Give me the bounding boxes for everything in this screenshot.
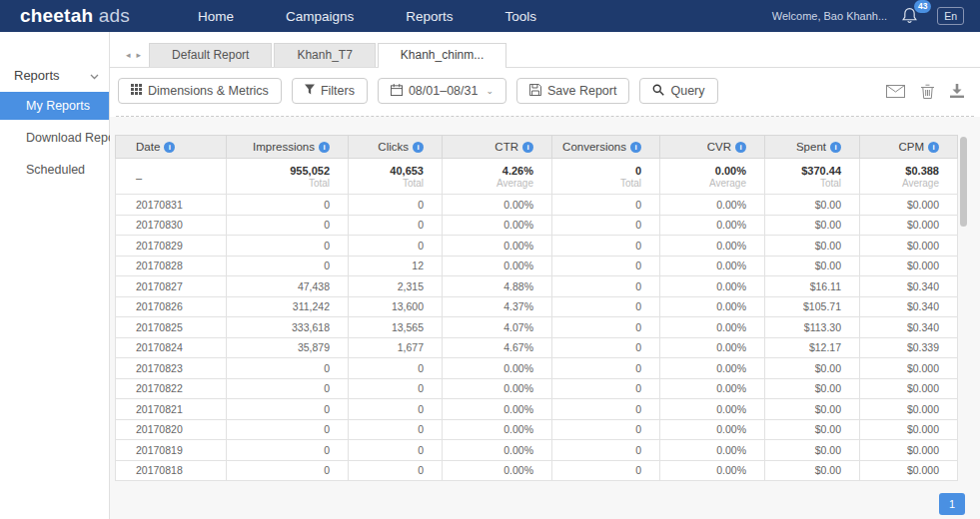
table-cell: $0.340 bbox=[860, 296, 958, 317]
table-cell: 20170819 bbox=[116, 440, 227, 461]
table-cell: $0.000 bbox=[860, 378, 958, 399]
table-cell: 4.67% bbox=[443, 337, 552, 358]
table-cell: 0.00% bbox=[443, 378, 552, 399]
info-icon[interactable] bbox=[522, 142, 533, 153]
sidebar-item-my-reports[interactable]: My Reports bbox=[0, 92, 109, 120]
sidebar-item-download-report[interactable]: Download Report bbox=[0, 124, 109, 152]
tab-next-icon[interactable]: ▸ bbox=[137, 50, 142, 60]
column-header-label: Clicks bbox=[378, 141, 409, 153]
table-cell: 0.00% bbox=[443, 256, 552, 276]
dimensions-metrics-label: Dimensions & Metrics bbox=[148, 84, 269, 98]
table-cell: $0.339 bbox=[860, 337, 958, 358]
sidebar-item-scheduled[interactable]: Scheduled bbox=[0, 156, 109, 184]
app-logo[interactable]: cheetah ads bbox=[20, 5, 130, 27]
info-icon[interactable] bbox=[735, 142, 746, 153]
search-icon bbox=[652, 84, 664, 99]
chevron-down-icon bbox=[90, 68, 99, 83]
column-header: Conversions bbox=[552, 136, 660, 159]
dimensions-metrics-button[interactable]: Dimensions & Metrics bbox=[118, 78, 282, 104]
table-cell: $0.00 bbox=[765, 236, 860, 257]
info-icon[interactable] bbox=[413, 142, 424, 153]
table-head-row: DateImpressionsClicksCTRConversionsCVRSp… bbox=[116, 136, 958, 159]
tab-default-report[interactable]: Default Report bbox=[149, 43, 272, 67]
nav-item-home[interactable]: Home bbox=[198, 9, 234, 24]
table-cell: 0.00% bbox=[660, 215, 765, 236]
table-cell: $0.000 bbox=[860, 236, 958, 257]
info-icon[interactable] bbox=[928, 142, 939, 153]
save-report-button[interactable]: Save Report bbox=[516, 78, 629, 104]
table-cell: 0 bbox=[227, 236, 349, 257]
trash-icon[interactable] bbox=[921, 84, 934, 99]
table-cell: 0.00% bbox=[660, 276, 765, 297]
table-cell: 0.00% bbox=[443, 195, 552, 216]
tab-khanh-t7[interactable]: Khanh_T7 bbox=[274, 43, 375, 67]
column-header: CVR bbox=[660, 136, 765, 159]
column-header: Date bbox=[116, 136, 227, 159]
info-icon[interactable] bbox=[164, 142, 175, 153]
table-cell: 20170825 bbox=[116, 317, 227, 338]
table-cell: 0.00% bbox=[660, 419, 765, 440]
query-button[interactable]: Query bbox=[639, 78, 717, 104]
table-cell: 311,242 bbox=[227, 296, 349, 317]
table-cell: $0.00 bbox=[765, 256, 860, 276]
column-header-label: CVR bbox=[707, 141, 731, 153]
nav-item-tools[interactable]: Tools bbox=[505, 9, 537, 24]
column-header-label: CTR bbox=[494, 141, 518, 153]
download-icon[interactable] bbox=[950, 84, 964, 98]
table-cell: $0.00 bbox=[765, 440, 860, 461]
funnel-icon bbox=[305, 84, 315, 98]
table-cell: $0.340 bbox=[860, 317, 958, 338]
table-cell: $0.00 bbox=[765, 358, 860, 379]
table-cell: $0.340 bbox=[860, 276, 958, 297]
table-cell: 0.00% bbox=[443, 215, 552, 236]
page-content: Reports My Reports Download Report Sched… bbox=[0, 32, 980, 519]
filters-button[interactable]: Filters bbox=[292, 78, 368, 104]
info-icon[interactable] bbox=[319, 142, 330, 153]
table-cell: $0.000 bbox=[860, 419, 958, 440]
table-cell: 0.00% bbox=[660, 317, 765, 338]
table-cell: 0.00% bbox=[443, 236, 552, 257]
table-vertical-scrollbar[interactable] bbox=[960, 137, 967, 227]
language-button[interactable]: En bbox=[937, 7, 964, 25]
column-header: CPM bbox=[860, 136, 958, 159]
table-cell: $0.00 bbox=[765, 399, 860, 420]
table-cell: 0 bbox=[552, 460, 660, 481]
top-navbar: cheetah ads Home Campaigns Reports Tools… bbox=[0, 0, 980, 32]
pagination-page-1-button[interactable]: 1 bbox=[939, 493, 965, 515]
notifications-button[interactable]: 43 bbox=[901, 7, 923, 25]
table-cell: 20170821 bbox=[116, 399, 227, 420]
table-cell: 0 bbox=[227, 460, 349, 481]
table-cell: 0 bbox=[552, 195, 660, 216]
table-cell: 20170818 bbox=[116, 460, 227, 481]
date-range-button[interactable]: 08/01–08/31 ⌄ bbox=[378, 78, 506, 104]
nav-item-campaigns[interactable]: Campaigns bbox=[286, 9, 354, 24]
table-cell: 0 bbox=[552, 296, 660, 317]
table-cell: 0 bbox=[349, 440, 443, 461]
table-row: 20170820000.00%00.00%$0.00$0.000 bbox=[116, 419, 958, 440]
table-cell: $0.000 bbox=[860, 399, 958, 420]
table-cell: 0.00% bbox=[660, 337, 765, 358]
table-cell: 0 bbox=[552, 215, 660, 236]
table-cell: 0 bbox=[349, 215, 443, 236]
table-cell: 0.00% bbox=[660, 256, 765, 276]
email-icon[interactable] bbox=[886, 85, 905, 98]
totals-cell: 40,653Total bbox=[349, 159, 443, 195]
table-cell: 0.00% bbox=[660, 195, 765, 216]
tab-prev-icon[interactable]: ◂ bbox=[126, 50, 131, 60]
tab-khanh-chinm[interactable]: Khanh_chinm... bbox=[378, 43, 506, 67]
totals-row: –955,052Total40,653Total4.26%Average0Tot… bbox=[116, 159, 958, 195]
sidebar-section-reports[interactable]: Reports bbox=[0, 62, 109, 88]
table-row: 20170831000.00%00.00%$0.00$0.000 bbox=[116, 195, 958, 216]
totals-date-cell: – bbox=[116, 159, 227, 195]
info-icon[interactable] bbox=[830, 142, 841, 153]
table-cell: 0 bbox=[349, 358, 443, 379]
totals-cell: $0.388Average bbox=[860, 159, 958, 195]
table-cell: $0.000 bbox=[860, 256, 958, 276]
column-header-label: CPM bbox=[898, 141, 924, 153]
table-cell: 0 bbox=[552, 378, 660, 399]
chevron-down-icon: ⌄ bbox=[486, 86, 493, 96]
nav-item-reports[interactable]: Reports bbox=[406, 9, 453, 24]
table-cell: 0 bbox=[552, 399, 660, 420]
info-icon[interactable] bbox=[630, 142, 641, 153]
table-cell: 0 bbox=[227, 358, 349, 379]
